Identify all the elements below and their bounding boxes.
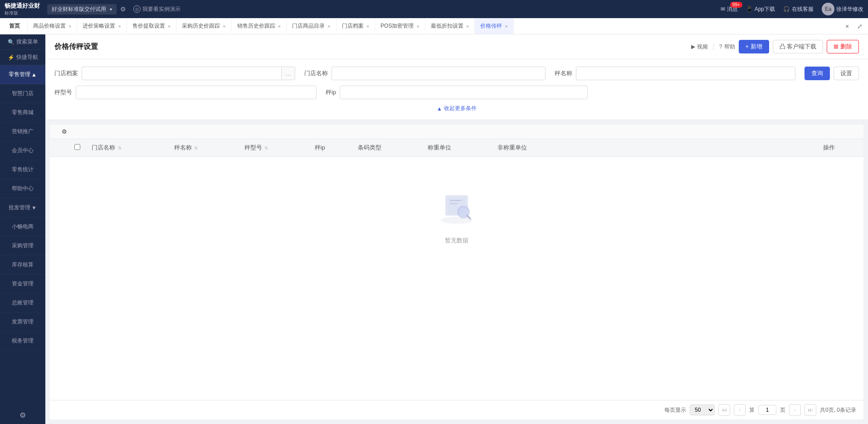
search-form: 门店档案 … 门店名称 秤名称 查询 设置 <box>45 59 868 120</box>
prev-page-button[interactable]: ‹ <box>734 404 746 416</box>
sidebar-quick-nav[interactable]: ⚡ 快捷导航 <box>0 50 45 65</box>
tab-pos-management[interactable]: POS加密管理 × <box>375 18 425 34</box>
chevron-up-icon: ▲ <box>31 72 37 78</box>
tab-close-all-button[interactable]: × <box>841 20 853 33</box>
collapse-row: ▲ 收起更多条件 <box>54 105 859 112</box>
add-button[interactable]: + 新增 <box>739 40 769 53</box>
table-settings-icon[interactable]: ⚙ <box>55 128 73 135</box>
tab-product-price[interactable]: 商品价格设置 × <box>28 18 77 34</box>
app-logo: 畅捷通好业财 标准版 <box>5 2 40 16</box>
scale-name-input[interactable] <box>576 67 795 80</box>
total-info: 共0页, 0条记录 <box>820 406 856 414</box>
sidebar-item-purchase-management[interactable]: 采购管理 <box>0 236 45 255</box>
sidebar-item-help-center[interactable]: 帮助中心 <box>0 179 45 198</box>
svg-point-0 <box>441 217 473 224</box>
tab-store-catalog[interactable]: 门店商品目录 × <box>287 18 336 34</box>
sidebar-item-inventory[interactable]: 库存核算 <box>0 255 45 275</box>
store-file-item: 门店档案 … <box>54 67 295 80</box>
scale-ip-input[interactable] <box>340 86 588 99</box>
tab-expand-icon[interactable]: ⤢ <box>853 20 866 33</box>
main-layout: 🔍 搜索菜单 ⚡ 快捷导航 零售管理 ▲ 智慧门店 零售商城 营销推广 会员中心… <box>0 34 868 424</box>
message-button[interactable]: ✉ 消息 99+ <box>721 5 738 13</box>
video-link[interactable]: ▶ 视频 <box>691 43 708 51</box>
sidebar-item-invoice[interactable]: 发票管理 <box>0 313 45 332</box>
th-store-name[interactable]: 门店名称 ⇅ <box>86 139 169 157</box>
page-input[interactable] <box>758 405 776 415</box>
sidebar-item-label: 零售商城 <box>12 109 34 116</box>
collapse-label: 收起更多条件 <box>444 105 477 112</box>
sidebar-gear-icon[interactable]: ⚙ <box>20 411 26 419</box>
logo-sub: 标准版 <box>5 10 40 16</box>
help-link[interactable]: ? 帮助 <box>719 43 735 51</box>
first-page-button[interactable]: ⏮ <box>718 404 730 416</box>
scale-model-input[interactable] <box>76 86 317 99</box>
tab-close-icon[interactable]: × <box>327 24 330 29</box>
collapse-button[interactable]: ▲ 收起更多条件 <box>437 105 477 112</box>
version-dropdown[interactable]: 好业财标准版交付试用 ▾ <box>47 4 117 14</box>
demo-link[interactable]: ◎ 我要看实例演示 <box>133 5 180 13</box>
tab-close-icon[interactable]: × <box>416 24 419 29</box>
download-button[interactable]: 凸 客户端下载 <box>773 40 824 53</box>
sidebar-item-retail-management[interactable]: 零售管理 ▲ <box>0 65 45 84</box>
sidebar-search-label: 搜索菜单 <box>16 38 38 46</box>
per-page-select[interactable]: 50 10 20 100 <box>690 405 715 415</box>
sidebar-item-batch-management[interactable]: 批发管理 ▼ <box>0 198 45 217</box>
th-checkbox <box>68 139 86 157</box>
sidebar-item-general-ledger[interactable]: 总账管理 <box>0 294 45 313</box>
tab-close-icon[interactable]: × <box>278 24 281 29</box>
sidebar-search[interactable]: 🔍 搜索菜单 <box>0 34 45 50</box>
sidebar-item-smart-store[interactable]: 智慧门店 <box>0 84 45 103</box>
sidebar-item-retail-stats[interactable]: 零售统计 <box>0 160 45 179</box>
set-button[interactable]: 设置 <box>834 67 859 80</box>
tab-close-icon[interactable]: × <box>505 24 507 29</box>
store-name-input[interactable] <box>332 67 545 80</box>
th-non-weight-unit: 非称重单位 <box>492 139 818 157</box>
page-suffix: 页 <box>780 406 785 414</box>
search-icon: 🔍 <box>8 39 15 45</box>
app-download-button[interactable]: 📱 App下载 <box>746 5 775 13</box>
tab-close-icon[interactable]: × <box>466 24 469 29</box>
sidebar-item-small-ecommerce[interactable]: 小畅电商 <box>0 217 45 236</box>
tab-purchase-history[interactable]: 采购历史价跟踪 × <box>176 18 231 34</box>
sidebar-item-member-center[interactable]: 会员中心 <box>0 141 45 160</box>
sidebar-item-label: 总账管理 <box>12 299 34 307</box>
store-file-ellipsis-button[interactable]: … <box>281 67 295 80</box>
tab-close-icon[interactable]: × <box>366 24 369 29</box>
tab-price-scale[interactable]: 价格传秤 × <box>475 18 513 34</box>
tab-sale-price[interactable]: 售价提取设置 × <box>127 18 176 34</box>
tab-close-icon[interactable]: × <box>68 24 71 29</box>
demo-icon: ◎ <box>133 5 141 13</box>
tab-close-icon[interactable]: × <box>168 24 171 29</box>
tab-home[interactable]: 首页 <box>2 18 28 34</box>
top-bar: 畅捷通好业财 标准版 好业财标准版交付试用 ▾ ⚙ ◎ 我要看实例演示 ✉ 消息… <box>0 0 868 18</box>
table-wrapper: 门店名称 ⇅ 秤名称 ⇅ 秤型号 ⇅ 秤ip <box>50 139 863 400</box>
last-page-button[interactable]: ⏭ <box>805 404 816 416</box>
select-all-checkbox[interactable] <box>74 144 80 150</box>
version-label: 好业财标准版交付试用 <box>52 5 106 13</box>
scale-model-label: 秤型号 <box>54 88 72 96</box>
th-scale-model[interactable]: 秤型号 ⇅ <box>239 139 309 157</box>
sidebar-item-label: 采购管理 <box>12 242 34 250</box>
online-service-button[interactable]: 🎧 在线客服 <box>783 5 814 13</box>
sidebar-item-retail-mall[interactable]: 零售商城 <box>0 103 45 122</box>
th-scale-name[interactable]: 秤名称 ⇅ <box>169 139 239 157</box>
scale-name-item: 秤名称 <box>555 67 795 80</box>
sidebar-item-marketing[interactable]: 营销推广 <box>0 122 45 141</box>
tab-close-icon[interactable]: × <box>223 24 225 29</box>
delete-button[interactable]: ⊠ 删除 <box>827 40 859 53</box>
svg-rect-6 <box>450 200 461 201</box>
sidebar-item-label: 帮助中心 <box>12 185 34 193</box>
tab-store-file[interactable]: 门店档案 × <box>336 18 375 34</box>
user-avatar[interactable]: Ea 徐泽华修改 <box>822 3 863 15</box>
tab-sales-history[interactable]: 销售历史价跟踪 × <box>232 18 287 34</box>
next-page-button[interactable]: › <box>789 404 801 416</box>
sidebar-item-tax[interactable]: 税务管理 <box>0 332 45 351</box>
settings-icon[interactable]: ⚙ <box>120 5 126 13</box>
headset-icon: 🎧 <box>783 6 790 12</box>
sidebar-item-finance[interactable]: 资金管理 <box>0 275 45 294</box>
tab-purchase-strategy[interactable]: 进价策略设置 × <box>77 18 127 34</box>
tab-min-discount[interactable]: 最低折扣设置 × <box>425 18 475 34</box>
store-file-input[interactable] <box>82 67 281 80</box>
tab-close-icon[interactable]: × <box>118 24 121 29</box>
search-button[interactable]: 查询 <box>805 67 830 80</box>
